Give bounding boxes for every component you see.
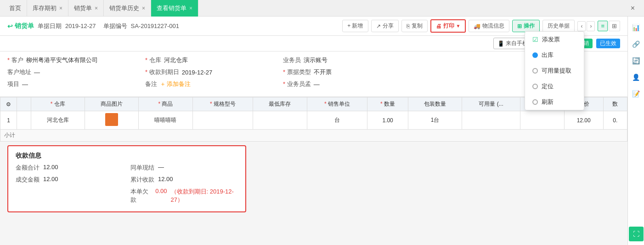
total-amount-value: 12.00 xyxy=(43,164,58,172)
th-settings[interactable]: ⚙ xyxy=(0,97,17,111)
project-field: 项目 — xyxy=(7,80,127,88)
row-quantity: 1.00 xyxy=(367,111,408,130)
sidebar-icon-1[interactable]: 📊 xyxy=(629,20,644,35)
sidebar-icon-2[interactable]: 🔗 xyxy=(629,37,644,51)
payment-date-label: 收款到期日 xyxy=(145,68,179,76)
locate-label: 定位 xyxy=(542,82,554,91)
outbound-label: 出库 xyxy=(542,51,554,59)
doc-number-label: 单据编号 SA-20191227-001 xyxy=(103,22,180,30)
sidebar-icon-5[interactable]: 📝 xyxy=(629,86,644,101)
tab-bar-right: × xyxy=(625,4,640,12)
tab-sales-order-close[interactable]: × xyxy=(95,5,98,11)
radio-empty-icon xyxy=(532,68,538,74)
tab-sales-history-close[interactable]: × xyxy=(142,5,145,11)
sidebar-icon-4[interactable]: 👤 xyxy=(629,70,644,85)
tab-sales-order[interactable]: 销货单 × xyxy=(68,0,104,17)
logistics-button[interactable]: 🚚 物流信息 xyxy=(469,20,509,32)
table-row: 1 河北仓库 嘻嘻嘻嘻 台 1.00 1台 xyxy=(0,111,627,130)
tab-home-label: 首页 xyxy=(9,4,21,12)
sidebar-icon-3[interactable]: 🔄 xyxy=(629,53,644,68)
subtotal-label: 小计 xyxy=(0,130,627,142)
row-min-stock xyxy=(253,111,307,130)
payment-date-value: 2019-12-27 xyxy=(182,69,213,76)
radio-filled-icon xyxy=(532,52,538,58)
view-list-button[interactable]: ≡ xyxy=(598,21,608,31)
th-num xyxy=(17,97,31,111)
dropdown-outbound[interactable]: 出库 xyxy=(525,47,584,63)
staff2-value: — xyxy=(314,81,320,88)
staff-field: 业务员 演示账号 xyxy=(283,56,402,64)
prev-button[interactable]: ‹ xyxy=(577,21,586,31)
tab-bar: 首页 库存期初 × 销货单 × 销货单历史 × 查看销货单 × × xyxy=(0,0,644,17)
ticket-type-label: 票据类型 xyxy=(283,68,311,76)
transaction-value: — xyxy=(158,164,164,172)
dropdown-quantity-extract[interactable]: 可用量提取 xyxy=(525,63,584,79)
add-note-button[interactable]: ＋ 添加备注 xyxy=(160,80,191,88)
payment-date-field: 收款到期日 2019-12-27 xyxy=(145,68,265,76)
project-value: — xyxy=(22,81,28,88)
doc-type-label: 销货单 xyxy=(15,22,34,30)
chart-icon: 📊 xyxy=(632,24,640,31)
doc-date-label: 单据日期 2019-12-27 xyxy=(38,22,96,30)
window-close-button[interactable]: × xyxy=(625,4,640,12)
user-icon: 👤 xyxy=(632,74,640,81)
tab-inventory-init-close[interactable]: × xyxy=(59,5,62,11)
print-icon: 🖨 xyxy=(436,23,441,29)
tab-sales-history-label: 销货单历史 xyxy=(109,4,139,12)
ticket-type-value: 不开票 xyxy=(314,68,332,76)
share-icon: ↗ xyxy=(376,23,381,29)
customer-field: 客户 柳州粤港平安气体有限公司 xyxy=(7,56,127,64)
tab-view-sales[interactable]: 查看销货单 × xyxy=(151,0,198,17)
gear-icon: ⚙ xyxy=(6,101,11,108)
checkbox-icon: ☑ xyxy=(532,36,538,43)
row-spec xyxy=(192,111,253,130)
view-toggle: ≡ ⊞ xyxy=(598,21,620,31)
view-grid-button[interactable]: ⊞ xyxy=(609,21,620,31)
row-product: 嘻嘻嘻嘻 xyxy=(139,111,192,130)
tab-sales-history[interactable]: 销货单历史 × xyxy=(104,0,151,17)
doc-actions: + 新增 ↗ 分享 ⎘ 复制 🖨 打印 ▼ 🚚 物流信息 xyxy=(342,19,620,33)
staff-label: 业务员 xyxy=(283,56,301,64)
history-button[interactable]: 历史单据 xyxy=(542,20,575,32)
next-button[interactable]: › xyxy=(587,21,595,31)
right-sidebar: 📊 🔗 🔄 👤 📝 ⛶ xyxy=(627,17,644,216)
address-label: 客户地址 xyxy=(7,68,31,76)
tab-view-sales-close[interactable]: × xyxy=(189,5,192,11)
phone-icon: 📱 xyxy=(497,40,504,47)
copy-icon: ⎘ xyxy=(407,23,410,29)
dropdown-add-invoice[interactable]: ☑ 添发票 xyxy=(525,32,584,47)
row-available xyxy=(462,111,520,130)
share-button[interactable]: ↗ 分享 xyxy=(371,20,399,32)
cumulative-value: 12.00 xyxy=(158,176,173,184)
total-amount-row: 金额合计 12.00 xyxy=(16,164,123,172)
operation-button[interactable]: ⊞ 操作 xyxy=(512,20,540,32)
warehouse-label: 仓库 xyxy=(145,56,161,64)
th-unit: * 销售单位 xyxy=(307,97,367,111)
row-price: 12.00 xyxy=(564,111,603,130)
deal-amount-value: 12.00 xyxy=(43,176,58,184)
radio-refresh-icon xyxy=(532,99,538,105)
tab-home[interactable]: 首页 xyxy=(4,0,27,17)
nav-arrows: ‹ › xyxy=(577,21,595,31)
th-spec: * 规格型号 xyxy=(192,97,253,111)
subtotal-row: 小计 xyxy=(0,130,627,142)
th-image: 商品图片 xyxy=(85,97,138,111)
copy-button[interactable]: ⎘ 复制 xyxy=(401,20,428,32)
doc-meta: 单据日期 2019-12-27 单据编号 SA-20191227-001 xyxy=(38,22,179,30)
staff2-field: 业务员孟 — xyxy=(283,80,402,88)
new-button[interactable]: + 新增 xyxy=(342,20,368,32)
total-amount-label: 金额合计 xyxy=(16,164,40,172)
truck-icon: 🚚 xyxy=(474,23,480,29)
footer-info: 收款信息 金额合计 12.00 同单现结 — 成交金额 12.00 累计收款 1… xyxy=(7,145,246,212)
grid-icon: ⊞ xyxy=(517,23,522,29)
th-available: 可用量 (... xyxy=(462,97,520,111)
dropdown-refresh[interactable]: 刷新 xyxy=(525,94,584,110)
print-button[interactable]: 🖨 打印 ▼ xyxy=(430,19,466,33)
doc-type-icon: ↩ xyxy=(7,23,13,30)
tab-inventory-init[interactable]: 库存期初 × xyxy=(27,0,68,17)
dropdown-locate[interactable]: 定位 xyxy=(525,79,584,94)
note-icon: 📝 xyxy=(632,90,640,97)
owed-value: 0.00 xyxy=(155,188,167,204)
cumulative-row: 累计收款 12.00 xyxy=(130,176,238,184)
staff-value: 演示账号 xyxy=(304,56,328,64)
